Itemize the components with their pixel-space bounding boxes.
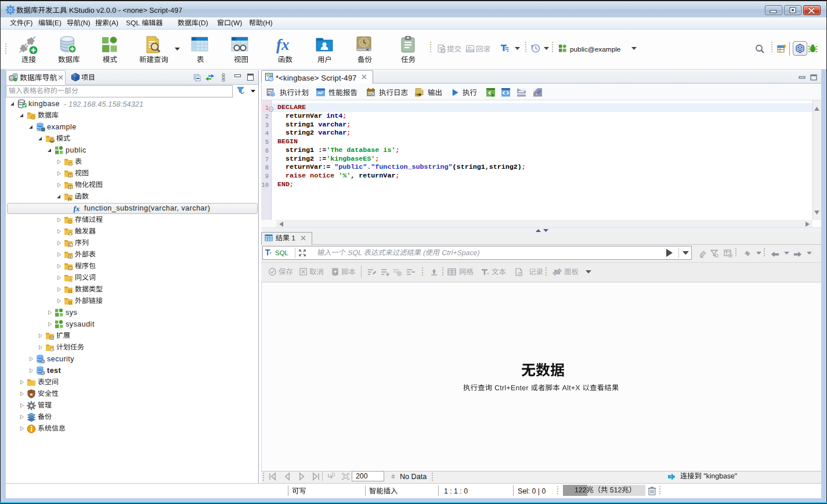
svg-text:A: A [68, 278, 72, 282]
svg-text:<>: <> [69, 266, 73, 270]
svg-text:fx: fx [68, 197, 72, 202]
svg-text:fx: fx [276, 36, 290, 53]
svg-text:fx: fx [74, 204, 80, 213]
